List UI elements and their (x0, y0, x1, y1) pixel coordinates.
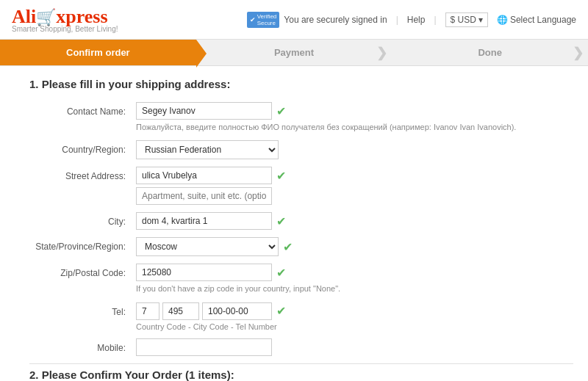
signed-in-text: You are securely signed in (284, 15, 387, 25)
currency-label: $ USD (451, 15, 476, 25)
contact-name-field: ✔ Пожалуйста, введите полностью ФИО полу… (136, 102, 573, 133)
state-label: State/Province/Region: (29, 237, 136, 252)
mobile-label: Mobile: (29, 338, 136, 353)
language-label: Select Language (510, 15, 576, 25)
logo-express: xpress (56, 6, 107, 27)
section-title: 1. Please fill in your shipping address: (29, 78, 573, 90)
logo-ali: Ali (12, 6, 36, 27)
contact-name-input[interactable] (136, 102, 272, 120)
currency-dropdown[interactable]: $ USD ▾ (445, 12, 488, 27)
tel-inline: ✔ (136, 302, 573, 320)
step-done-label: Done (478, 47, 502, 58)
logo-cart-icon: 🛒 (36, 8, 56, 26)
chevron-right-icon: ❯ (376, 45, 387, 61)
tel-city-code-input[interactable] (162, 302, 199, 320)
step-confirm-order[interactable]: Confirm order (0, 40, 196, 65)
logo-tagline: Smarter Shopping, Better Living! (12, 25, 118, 33)
step-payment[interactable]: Payment ❯ (196, 40, 392, 65)
contact-name-hint: Пожалуйста, введите полностью ФИО получа… (136, 122, 573, 133)
country-region-select[interactable]: Russian Federation United States Germany… (136, 140, 279, 159)
tel-row: Tel: ✔ Country Code - City Code - Tel Nu… (29, 302, 573, 331)
tel-hint: Country Code - City Code - Tel Number (136, 322, 573, 331)
step-confirm-label: Confirm order (66, 47, 130, 58)
chevron-right-icon2: ❯ (573, 45, 584, 61)
checkmark-icon: ✔ (250, 16, 256, 23)
state-inline: Moscow Saint Petersburg Novosibirsk ✔ (136, 237, 573, 256)
apartment-wrapper (136, 187, 573, 205)
zip-inline: ✔ (136, 264, 573, 281)
tel-country-code-input[interactable] (136, 302, 159, 320)
city-field: ✔ (136, 212, 573, 230)
verified-section: ✔ VerifiedSecure You are securely signed… (247, 12, 387, 28)
city-label: City: (29, 212, 136, 227)
verified-badge: ✔ VerifiedSecure (247, 12, 280, 28)
zip-check-icon: ✔ (276, 266, 286, 280)
verified-label: VerifiedSecure (257, 13, 277, 26)
zip-label: Zip/Postal Code: (29, 264, 136, 278)
apartment-input[interactable] (136, 187, 272, 205)
street-address-field: ✔ (136, 167, 573, 205)
logo: Ali🛒xpress Smarter Shopping, Better Livi… (12, 6, 118, 33)
mobile-field (136, 338, 573, 356)
city-row: City: ✔ (29, 212, 573, 230)
mobile-input[interactable] (136, 338, 272, 356)
street-address-inline: ✔ (136, 167, 573, 184)
tel-number-input[interactable] (202, 302, 272, 320)
header-right: ✔ VerifiedSecure You are securely signed… (247, 12, 576, 28)
city-inline: ✔ (136, 212, 573, 230)
header: Ali🛒xpress Smarter Shopping, Better Livi… (0, 0, 588, 40)
mobile-row: Mobile: (29, 338, 573, 356)
next-section-title: 2. Please Confirm Your Order (1 items): (29, 363, 573, 381)
street-address-label: Street Address: (29, 167, 136, 181)
state-select[interactable]: Moscow Saint Petersburg Novosibirsk (136, 237, 279, 256)
step-done[interactable]: Done ❯ (392, 40, 588, 65)
tel-inputs (136, 302, 272, 320)
zip-hint: If you don't have a zip code in your cou… (136, 283, 573, 294)
contact-name-inline: ✔ (136, 102, 573, 120)
step-payment-label: Payment (274, 47, 314, 58)
currency-chevron-icon: ▾ (478, 15, 483, 25)
zip-row: Zip/Postal Code: ✔ If you don't have a z… (29, 264, 573, 294)
street-address-input[interactable] (136, 167, 272, 184)
contact-name-label: Contact Name: (29, 102, 136, 117)
help-link[interactable]: Help (407, 15, 426, 25)
tel-field: ✔ Country Code - City Code - Tel Number (136, 302, 573, 331)
country-region-field: Russian Federation United States Germany… (136, 140, 573, 159)
street-address-check-icon: ✔ (276, 169, 286, 183)
state-field: Moscow Saint Petersburg Novosibirsk ✔ (136, 237, 573, 256)
contact-name-check-icon: ✔ (276, 104, 286, 118)
steps-bar: Confirm order Payment ❯ Done ❯ (0, 40, 588, 66)
tel-check-icon: ✔ (276, 304, 286, 318)
separator: | (396, 15, 398, 25)
city-check-icon: ✔ (276, 214, 286, 228)
street-address-row: Street Address: ✔ (29, 167, 573, 205)
city-input[interactable] (136, 212, 272, 230)
country-region-row: Country/Region: Russian Federation Unite… (29, 140, 573, 159)
contact-name-row: Contact Name: ✔ Пожалуйста, введите полн… (29, 102, 573, 133)
zip-field: ✔ If you don't have a zip code in your c… (136, 264, 573, 294)
zip-input[interactable] (136, 264, 272, 281)
globe-icon: 🌐 (497, 15, 508, 25)
language-selector[interactable]: 🌐 Select Language (497, 15, 576, 25)
tel-label: Tel: (29, 302, 136, 317)
state-row: State/Province/Region: Moscow Saint Pete… (29, 237, 573, 256)
country-region-label: Country/Region: (29, 140, 136, 155)
main-content: 1. Please fill in your shipping address:… (0, 66, 588, 381)
separator2: | (434, 15, 436, 25)
state-check-icon: ✔ (283, 240, 293, 254)
